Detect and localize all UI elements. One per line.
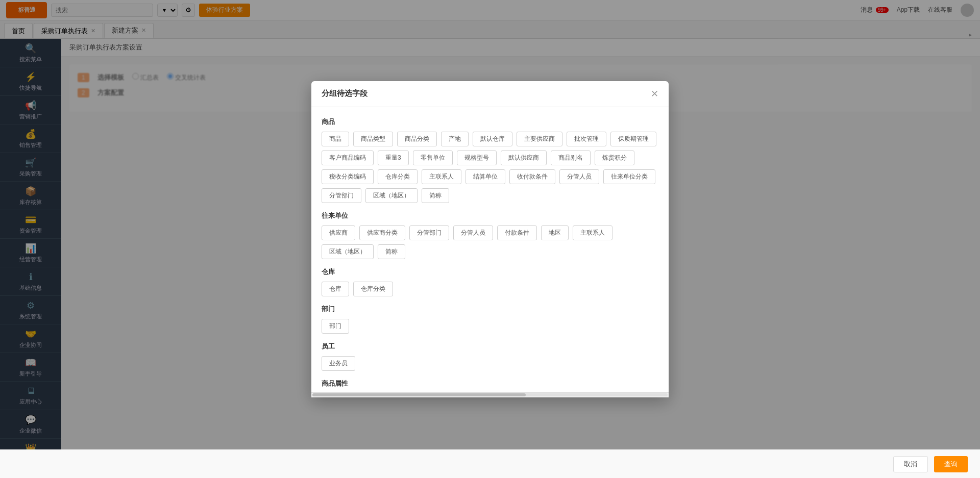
modal-scrollbar[interactable]	[311, 392, 669, 397]
field-select-modal: 分组待选字段 ✕ 商品商品商品类型商品分类产地默认仓库主要供应商批次管理保质期管…	[311, 81, 669, 397]
field-chip[interactable]: 分管部门	[322, 188, 361, 203]
field-chip[interactable]: 客户商品编码	[322, 150, 374, 165]
field-chip[interactable]: 炼货积分	[595, 150, 634, 165]
field-grid-部门: 部门	[322, 319, 658, 334]
field-chip[interactable]: 零售单位	[413, 150, 453, 165]
field-chip[interactable]: 地区	[541, 225, 569, 240]
scrollbar-track	[312, 393, 668, 396]
confirm-button[interactable]: 查询	[934, 456, 968, 472]
field-grid-商品: 商品商品类型商品分类产地默认仓库主要供应商批次管理保质期管理客户商品编码重量3零…	[322, 132, 658, 203]
section-title-商品属性: 商品属性	[322, 379, 658, 388]
field-chip[interactable]: 默认仓库	[473, 132, 512, 146]
field-chip[interactable]: 批次管理	[567, 132, 606, 146]
field-chip[interactable]: 简称	[378, 244, 405, 259]
section-title-仓库: 仓库	[322, 267, 658, 276]
field-chip[interactable]: 分管部门	[409, 225, 449, 240]
field-grid-员工: 业务员	[322, 356, 658, 371]
field-chip[interactable]: 税收分类编码	[322, 169, 374, 184]
field-chip[interactable]: 商品别名	[551, 150, 591, 165]
field-chip[interactable]: 区域（地区）	[322, 244, 374, 259]
field-chip[interactable]: 收付款条件	[509, 169, 555, 184]
field-chip[interactable]: 分管人员	[453, 225, 493, 240]
field-chip[interactable]: 主联系人	[422, 169, 461, 184]
section-title-部门: 部门	[322, 305, 658, 314]
section-title-员工: 员工	[322, 342, 658, 351]
field-grid-仓库: 仓库仓库分类	[322, 282, 658, 296]
field-chip[interactable]: 默认供应商	[501, 150, 547, 165]
field-chip[interactable]: 主联系人	[573, 225, 612, 240]
field-chip[interactable]: 仓库	[322, 282, 349, 296]
field-chip[interactable]: 保质期管理	[610, 132, 656, 146]
field-chip[interactable]: 业务员	[322, 356, 355, 371]
modal-overlay: 分组待选字段 ✕ 商品商品商品类型商品分类产地默认仓库主要供应商批次管理保质期管…	[0, 0, 980, 478]
field-chip[interactable]: 规格型号	[457, 150, 497, 165]
field-chip[interactable]: 付款条件	[497, 225, 537, 240]
scrollbar-thumb	[312, 393, 526, 396]
field-chip[interactable]: 往来单位分类	[603, 169, 655, 184]
field-chip[interactable]: 重量3	[378, 150, 409, 165]
field-chip[interactable]: 仓库分类	[378, 169, 418, 184]
field-chip[interactable]: 商品	[322, 132, 349, 146]
field-chip[interactable]: 商品类型	[353, 132, 393, 146]
field-chip[interactable]: 分管人员	[559, 169, 599, 184]
modal-close-button[interactable]: ✕	[651, 88, 658, 99]
cancel-button[interactable]: 取消	[893, 456, 928, 472]
field-chip[interactable]: 仓库分类	[353, 282, 393, 296]
field-chip[interactable]: 供应商分类	[359, 225, 405, 240]
section-title-往来单位: 往来单位	[322, 211, 658, 220]
field-grid-往来单位: 供应商供应商分类分管部门分管人员付款条件地区主联系人区域（地区）简称	[322, 225, 658, 259]
field-chip[interactable]: 结算单位	[465, 169, 505, 184]
field-chip[interactable]: 商品分类	[397, 132, 437, 146]
field-chip[interactable]: 主要供应商	[517, 132, 562, 146]
modal-footer: 取消 查询	[0, 449, 980, 478]
field-chip[interactable]: 产地	[441, 132, 469, 146]
field-chip[interactable]: 供应商	[322, 225, 355, 240]
section-title-商品: 商品	[322, 117, 658, 127]
modal-title: 分组待选字段	[322, 89, 368, 98]
modal-header: 分组待选字段 ✕	[311, 81, 669, 107]
modal-body[interactable]: 商品商品商品类型商品分类产地默认仓库主要供应商批次管理保质期管理客户商品编码重量…	[311, 107, 669, 392]
field-chip[interactable]: 部门	[322, 319, 349, 334]
field-chip[interactable]: 简称	[422, 188, 449, 203]
field-chip[interactable]: 区域（地区）	[365, 188, 418, 203]
